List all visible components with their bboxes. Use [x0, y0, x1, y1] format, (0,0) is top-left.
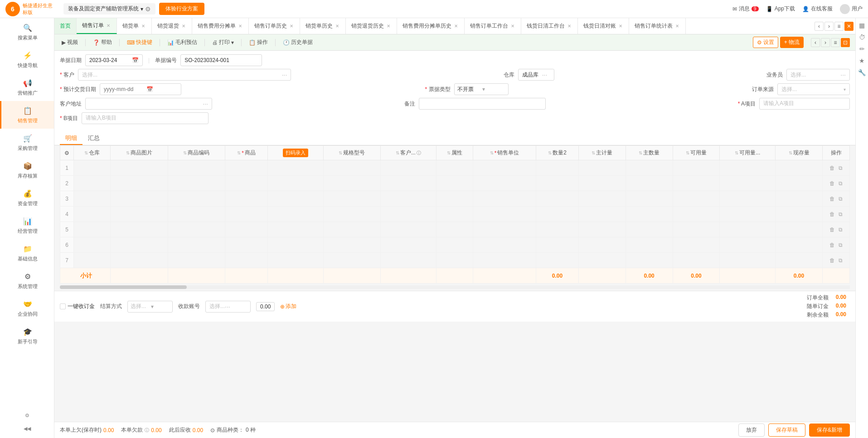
row-available-1[interactable]: [673, 160, 720, 176]
row-customer-code-1[interactable]: [381, 160, 436, 176]
sidebar-settings-btn[interactable]: ⚙: [23, 410, 31, 421]
row-copy-4[interactable]: ⧉: [839, 211, 843, 217]
row-available-2[interactable]: [673, 176, 720, 191]
record-prev-btn[interactable]: ‹: [811, 38, 820, 47]
row-main-qty-4[interactable]: [626, 207, 673, 222]
row-product-image-2[interactable]: [111, 176, 168, 191]
row-product-name-4[interactable]: [225, 207, 268, 222]
remark-input[interactable]: [419, 98, 546, 110]
row-product-name-5[interactable]: [225, 222, 268, 237]
row-main-unit-1[interactable]: [578, 160, 626, 176]
sidebar-item-3[interactable]: 📋 销售管理: [0, 101, 54, 129]
row-stock-3[interactable]: [776, 191, 823, 207]
row-available2-1[interactable]: [720, 160, 776, 176]
tab-close-9[interactable]: ✕: [510, 24, 515, 29]
row-qty2-2[interactable]: [536, 176, 579, 191]
project-a-input[interactable]: 请输入A项目: [759, 98, 850, 110]
row-copy-5[interactable]: ⧉: [839, 226, 843, 233]
row-attributes-6[interactable]: [436, 237, 473, 253]
row-main-unit-4[interactable]: [578, 207, 626, 222]
row-customer-code-3[interactable]: [381, 191, 436, 207]
tab-close-5[interactable]: ✕: [289, 24, 294, 29]
bank-account-input[interactable]: 选择... ···: [205, 301, 251, 313]
row-available-7[interactable]: [673, 253, 720, 268]
row-qty2-6[interactable]: [536, 237, 579, 253]
right-panel-btn-2[interactable]: ⏱: [857, 32, 868, 43]
row-product-name-6[interactable]: [225, 237, 268, 253]
shortcut-btn[interactable]: ⌨ 快捷键: [125, 38, 154, 47]
tab-menu-btn[interactable]: ≡: [834, 22, 844, 31]
row-customer-code-5[interactable]: [381, 222, 436, 237]
discard-btn[interactable]: 放弃: [738, 424, 765, 437]
row-warehouse-5[interactable]: [74, 222, 111, 237]
row-delete-2[interactable]: 🗑: [829, 180, 835, 187]
save-draft-btn[interactable]: 保存草稿: [768, 424, 805, 437]
row-scan-2[interactable]: [267, 176, 323, 191]
row-product-image-6[interactable]: [111, 237, 168, 253]
row-qty2-1[interactable]: [536, 160, 579, 176]
row-main-unit-5[interactable]: [578, 222, 626, 237]
row-available2-2[interactable]: [720, 176, 776, 191]
row-main-unit-7[interactable]: [578, 253, 626, 268]
row-main-qty-2[interactable]: [626, 176, 673, 191]
row-main-qty-5[interactable]: [626, 222, 673, 237]
row-attributes-5[interactable]: [436, 222, 473, 237]
tab-close-6[interactable]: ✕: [335, 24, 340, 29]
staff-dots[interactable]: ···: [840, 71, 846, 78]
row-qty2-3[interactable]: [536, 191, 579, 207]
tab-8[interactable]: 销售费用分摊单历史✕: [397, 18, 465, 34]
row-main-unit-6[interactable]: [578, 237, 626, 253]
sidebar-item-2[interactable]: 📢 营销推广: [0, 73, 54, 101]
tab-close-4[interactable]: ✕: [238, 24, 243, 29]
tab-close-11[interactable]: ✕: [618, 24, 623, 29]
row-spec-2[interactable]: [323, 176, 380, 191]
scroll-thumb[interactable]: [60, 285, 187, 289]
settlement-select[interactable]: 选择... ▾: [127, 301, 173, 313]
profit-btn[interactable]: 📊 毛利预估: [165, 38, 199, 47]
tab-close-12[interactable]: ✕: [674, 24, 680, 29]
row-delete-6[interactable]: 🗑: [829, 242, 835, 248]
row-copy-6[interactable]: ⧉: [839, 242, 843, 248]
sidebar-item-9[interactable]: ⚙ 系统管理: [0, 267, 54, 294]
app-download-btn[interactable]: 📱 App下载: [766, 5, 795, 13]
tab-close-2[interactable]: ✕: [141, 24, 146, 29]
tab-close-10[interactable]: ✕: [567, 24, 572, 29]
row-product-image-4[interactable]: [111, 207, 168, 222]
row-attributes-2[interactable]: [436, 176, 473, 191]
row-attributes-1[interactable]: [436, 160, 473, 176]
row-qty2-5[interactable]: [536, 222, 579, 237]
industry-btn[interactable]: 体验行业方案: [159, 3, 204, 15]
tab-9[interactable]: 销售订单工作台✕: [465, 18, 521, 34]
customer-dots[interactable]: ···: [282, 71, 287, 78]
row-warehouse-3[interactable]: [74, 191, 111, 207]
row-available-3[interactable]: [673, 191, 720, 207]
row-product-image-7[interactable]: [111, 253, 168, 268]
row-stock-5[interactable]: [776, 222, 823, 237]
tab-close-8[interactable]: ✕: [453, 24, 459, 29]
tab-close-1[interactable]: ✕: [106, 23, 111, 28]
gear-icon[interactable]: ⚙: [145, 5, 151, 13]
row-main-unit-3[interactable]: [578, 191, 626, 207]
row-scan-6[interactable]: [267, 237, 323, 253]
sidebar-collapse-btn[interactable]: ◀◀: [22, 423, 33, 434]
row-spec-1[interactable]: [323, 160, 380, 176]
sidebar-item-11[interactable]: 🎓 新手引导: [0, 322, 54, 350]
row-product-code-2[interactable]: [168, 176, 225, 191]
add-btn[interactable]: ⊕ 添加: [280, 303, 296, 310]
address-dots[interactable]: ···: [203, 100, 208, 107]
row-stock-4[interactable]: [776, 207, 823, 222]
sidebar-item-10[interactable]: 🤝 企业协同: [0, 294, 54, 322]
row-available2-7[interactable]: [720, 253, 776, 268]
sidebar-item-5[interactable]: 📦 库存核算: [0, 156, 54, 184]
row-scan-7[interactable]: [267, 253, 323, 268]
row-stock-6[interactable]: [776, 237, 823, 253]
row-sales-unit-1[interactable]: [473, 160, 536, 176]
row-copy-1[interactable]: ⧉: [839, 165, 843, 171]
row-main-unit-2[interactable]: [578, 176, 626, 191]
tab-close-3[interactable]: ✕: [181, 24, 186, 29]
row-product-name-7[interactable]: [225, 253, 268, 268]
bank-dots[interactable]: ···: [225, 303, 230, 310]
tab-3[interactable]: 销货退货✕: [152, 18, 192, 34]
row-copy-2[interactable]: ⧉: [839, 180, 843, 187]
project-b-input[interactable]: 请输入B项目: [82, 112, 209, 124]
